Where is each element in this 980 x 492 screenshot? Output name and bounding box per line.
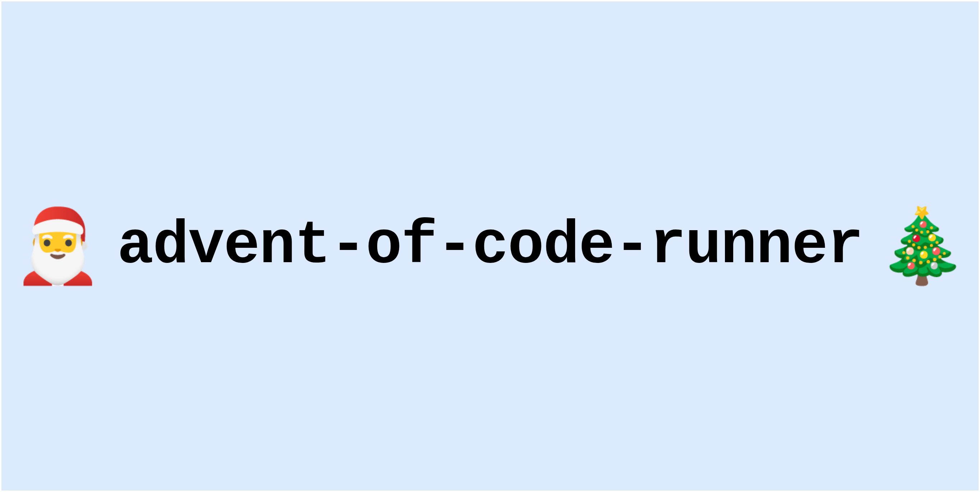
banner-title: advent-of-code-runner (117, 212, 862, 280)
banner-container: 🎅 advent-of-code-runner 🎄 (2, 2, 978, 490)
santa-icon: 🎅 (13, 210, 103, 282)
christmas-tree-icon: 🎄 (877, 210, 967, 282)
banner-content: 🎅 advent-of-code-runner 🎄 (13, 210, 967, 282)
